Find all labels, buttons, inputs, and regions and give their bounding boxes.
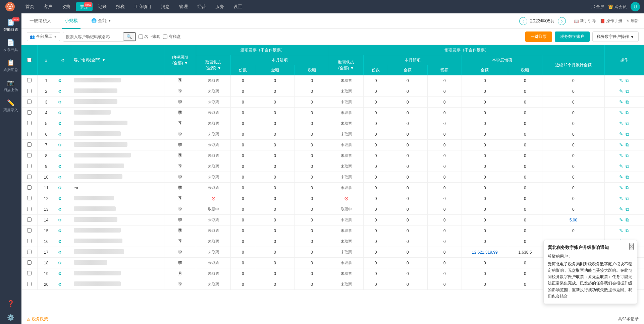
row-settings[interactable]: ⚙ — [55, 75, 71, 86]
row-checkbox[interactable] — [22, 161, 38, 172]
row-checkbox[interactable] — [22, 183, 38, 193]
row-client-name[interactable]: ea — [71, 183, 164, 193]
edit-btn[interactable]: ✎ — [619, 163, 624, 170]
edit-btn[interactable]: ✎ — [619, 152, 624, 159]
row-client-name[interactable] — [71, 150, 164, 161]
row-settings[interactable]: ⚙ — [55, 150, 71, 161]
fullscreen-btn[interactable]: ⛶ 全屏 — [591, 4, 604, 10]
row-client-name[interactable] — [71, 97, 164, 108]
row-settings[interactable]: ⚙ — [55, 97, 71, 108]
search-input[interactable] — [63, 33, 123, 41]
tab-small-scale[interactable]: 小规模 — [62, 13, 80, 29]
edit-btn[interactable]: ✎ — [619, 120, 624, 127]
tab-all-capable[interactable]: 🌐 全能 ▼ — [89, 13, 114, 29]
row-client-name[interactable] — [71, 172, 164, 183]
row-settings[interactable]: ⚙ — [55, 129, 71, 140]
sidebar-bottom-settings[interactable]: ⚙️ — [1, 311, 20, 324]
row-checkbox[interactable] — [22, 86, 38, 97]
row-settings[interactable]: ⚙ — [55, 140, 71, 150]
row-settings[interactable]: ⚙ — [55, 86, 71, 97]
row-checkbox[interactable] — [22, 204, 38, 215]
header-client-name[interactable]: 客户名称(全部) ▼ — [71, 45, 164, 75]
header-output-status[interactable]: 取票状态(全部) ▼ — [329, 55, 364, 75]
row-settings[interactable]: ⚙ — [55, 172, 71, 183]
taxdisk-checkbox[interactable] — [163, 35, 167, 39]
sidebar-item-smart-invoice[interactable]: 🧾 智能取票 — [1, 16, 20, 35]
user-avatar[interactable]: U — [631, 2, 640, 11]
nav-clients[interactable]: 客户 — [40, 2, 56, 11]
copy-btn[interactable]: ⧉ — [625, 227, 630, 234]
edit-btn[interactable]: ✎ — [619, 88, 624, 94]
copy-btn[interactable]: ⧉ — [625, 109, 630, 116]
row-settings[interactable]: ⚙ — [55, 215, 71, 225]
row-client-name[interactable] — [71, 161, 164, 172]
nav-tax[interactable]: 报税 — [112, 2, 129, 11]
row-checkbox[interactable] — [22, 258, 38, 268]
nav-settings[interactable]: 设置 — [229, 2, 246, 11]
edit-btn[interactable]: ✎ — [619, 99, 624, 105]
row-client-name[interactable] — [71, 225, 164, 236]
checkbox-taxdisk[interactable]: 有税盘 — [163, 34, 181, 40]
row-checkbox[interactable] — [22, 268, 38, 279]
row-settings[interactable]: ⚙ — [55, 183, 71, 193]
period-next-btn[interactable]: › — [558, 17, 566, 25]
row-checkbox[interactable] — [22, 225, 38, 236]
row-client-name[interactable] — [71, 140, 164, 150]
edit-btn[interactable]: ✎ — [619, 216, 624, 223]
nav-invoices[interactable]: 票据 new — [76, 2, 93, 11]
nav-billing[interactable]: 收费 — [58, 2, 74, 11]
copy-btn[interactable]: ⧉ — [625, 131, 630, 138]
digital-account-ops-btn[interactable]: 税务数字账户操作 ▼ — [592, 31, 639, 42]
refresh-btn[interactable]: ↻ 刷新 — [626, 18, 639, 24]
edit-btn[interactable]: ✎ — [619, 141, 624, 148]
row-settings[interactable]: ⚙ — [55, 279, 71, 290]
sidebar-item-invoice-entry[interactable]: ✏️ 票据录入 — [1, 96, 20, 115]
row-client-name[interactable] — [71, 193, 164, 204]
copy-btn[interactable]: ⧉ — [625, 163, 630, 170]
search-button[interactable]: 🔍 — [123, 32, 136, 41]
row-client-name[interactable] — [71, 247, 164, 258]
nav-business[interactable]: 工商项目 — [130, 2, 156, 11]
copy-btn[interactable]: ⧉ — [625, 216, 630, 223]
row-checkbox[interactable] — [22, 247, 38, 258]
period-prev-btn[interactable]: ‹ — [519, 17, 527, 25]
row-settings[interactable]: ⚙ — [55, 268, 71, 279]
row-settings[interactable]: ⚙ — [55, 108, 71, 118]
row-client-name[interactable] — [71, 279, 164, 290]
digital-account-btn[interactable]: 税务数字账户 — [555, 31, 590, 42]
row-client-name[interactable] — [71, 118, 164, 129]
row-settings[interactable]: ⚙ — [55, 161, 71, 172]
edit-btn[interactable]: ✎ — [619, 77, 624, 84]
account-checkbox[interactable] — [139, 35, 143, 39]
row-client-name[interactable] — [71, 204, 164, 215]
sidebar-item-scan-upload[interactable]: 📷 扫描上传 — [1, 76, 20, 95]
row-checkbox[interactable] — [22, 75, 38, 86]
row-settings[interactable]: ⚙ — [55, 236, 71, 247]
sidebar-item-invoice-issue[interactable]: 📄 发票开具 — [1, 36, 20, 55]
row-settings[interactable]: ⚙ — [55, 247, 71, 258]
row-checkbox[interactable] — [22, 108, 38, 118]
nav-messages[interactable]: 消息 — [157, 2, 174, 11]
row-settings[interactable]: ⚙ — [55, 118, 71, 129]
popup-close-btn[interactable]: × — [629, 243, 634, 250]
row-client-name[interactable] — [71, 258, 164, 268]
row-checkbox[interactable] — [22, 215, 38, 225]
row-checkbox[interactable] — [22, 236, 38, 247]
copy-btn[interactable]: ⧉ — [625, 174, 630, 181]
edit-btn[interactable]: ✎ — [619, 227, 624, 234]
row-settings[interactable]: ⚙ — [55, 258, 71, 268]
employee-select[interactable]: 👥 全部员工 ▼ — [27, 32, 60, 41]
quick-fetch-btn[interactable]: 一键取票 — [525, 31, 552, 42]
copy-btn[interactable]: ⧉ — [625, 195, 630, 202]
row-checkbox[interactable] — [22, 97, 38, 108]
row-client-name[interactable] — [71, 108, 164, 118]
edit-btn[interactable]: ✎ — [619, 206, 624, 212]
row-client-name[interactable] — [71, 268, 164, 279]
copy-btn[interactable]: ⧉ — [625, 88, 630, 95]
row-client-name[interactable] — [71, 86, 164, 97]
header-checkbox[interactable] — [22, 45, 38, 75]
row-client-name[interactable] — [71, 236, 164, 247]
row-client-name[interactable] — [71, 129, 164, 140]
tax-policy-link[interactable]: 税务政策 — [32, 316, 48, 322]
row-checkbox[interactable] — [22, 129, 38, 140]
